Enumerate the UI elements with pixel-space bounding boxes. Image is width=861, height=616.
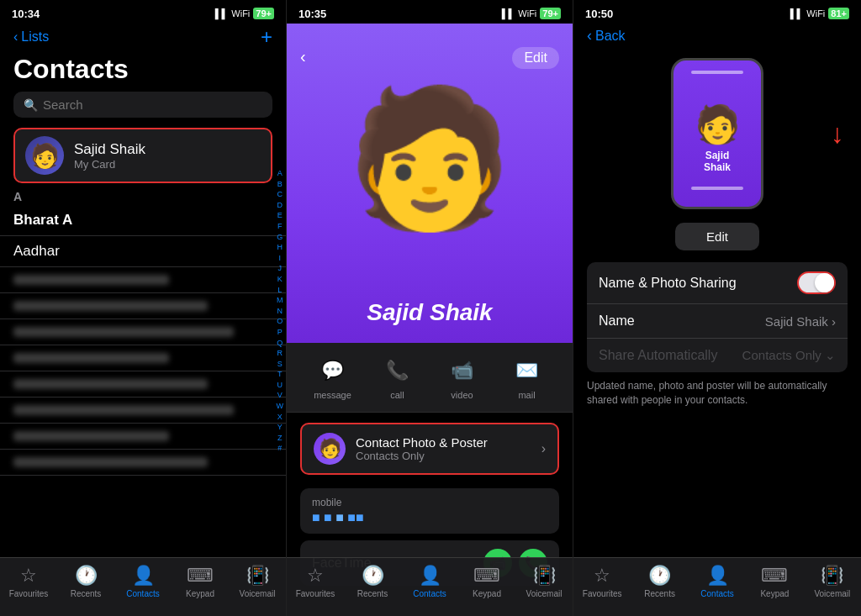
memoji-hero: 🧑 [337,57,522,259]
list-item[interactable] [0,398,286,424]
tab-label-fav-3: Favourites [583,589,622,598]
tab-voicemail-1[interactable]: 📳 Voicemail [229,565,286,598]
my-card-info: Sajid Shaik My Card [74,141,261,171]
down-arrow-icon: ↓ [831,118,844,150]
memoji-char-icon: 🧑 [346,91,514,225]
name-photo-sharing-row: Name & Photo Sharing [587,262,848,304]
voicemail-icon-2: 📳 [533,565,556,587]
search-input[interactable] [43,97,262,112]
wifi-icon-2: WiFi [518,8,536,18]
signal-icon-3: ▌▌ [790,8,804,18]
tab-voicemail-2[interactable]: 📳 Voicemail [515,565,573,598]
tab-favourites-1[interactable]: ☆ Favourites [0,565,57,598]
share-auto-label: Share Automatically [599,348,717,363]
section-header-a: A [0,187,286,205]
person-icon-3: 👤 [706,565,729,587]
list-item[interactable] [0,371,286,398]
tab-favourites-2[interactable]: ☆ Favourites [287,565,344,598]
mail-icon-circle: ✉️ [506,355,548,387]
tab-label-contacts-1: Contacts [126,589,159,598]
phone-top-bar [691,71,743,74]
star-icon-2: ☆ [307,565,324,587]
name-photo-sharing-section: Name & Photo Sharing Name Sajid Shaik › … [587,262,848,372]
tab-label-voicemail-1: Voicemail [240,589,276,598]
edit-button-3[interactable]: Edit [675,223,759,250]
person-icon-2: 👤 [419,565,441,587]
hero-contact-name: Sajid Shaik [367,299,492,326]
video-icon: 📹 [451,360,473,382]
tab-label-vm-2: Voicemail [526,589,563,598]
back-chevron-icon[interactable]: ‹ [300,47,306,69]
my-card-sub: My Card [74,158,261,171]
share-auto-value: Contacts Only ⌄ [742,348,836,363]
lists-back-button[interactable]: ‹ Lists [13,29,49,45]
add-contact-button[interactable]: + [261,25,272,49]
list-item[interactable] [0,424,286,450]
clock-icon-3: 🕐 [648,565,671,587]
search-bar[interactable]: 🔍 [13,92,272,118]
tab-recents-2[interactable]: 🕐 Recents [344,565,401,598]
message-button[interactable]: 💬 message [312,355,354,400]
my-card-item[interactable]: 🧑 Sajid Shaik My Card [13,128,272,183]
tab-voicemail-3[interactable]: 📳 Voicemail [804,565,861,598]
poster-title: Contact Photo & Poster [356,435,531,450]
contact-row-bharat[interactable]: Bharat A [0,205,286,236]
signal-icon-1: ▌▌ [215,8,229,18]
video-icon-circle: 📹 [441,355,483,387]
tab-label-vm-3: Voicemail [814,589,850,598]
status-icons-2: ▌▌ WiFi 79+ [502,8,561,19]
name-photo-sharing-panel: 10:50 ▌▌ WiFi 81+ ‹ Back 🧑 Sajid Shaik ↓… [573,0,861,616]
list-item[interactable] [0,319,286,345]
phone-preview-frame: 🧑 Sajid Shaik [671,58,763,209]
message-icon-circle: 💬 [312,355,354,387]
tab-bar-1: ☆ Favourites 🕐 Recents 👤 Contacts ⌨ Keyp… [0,557,286,616]
tab-keypad-1[interactable]: ⌨ Keypad [172,565,229,598]
avatar: 🧑 [25,136,64,175]
tab-contacts-1[interactable]: 👤 Contacts [114,565,172,598]
clock-icon-2: 🕐 [362,565,384,587]
share-automatically-row: Share Automatically Contacts Only ⌄ [587,339,848,372]
chevron-right-icon: › [541,441,546,456]
wifi-icon-1: WiFi [231,8,250,18]
status-time-2: 10:35 [298,8,326,20]
tab-keypad-2[interactable]: ⌨ Keypad [458,565,515,598]
star-icon-3: ☆ [594,565,610,587]
list-item[interactable] [0,293,286,319]
name-photo-sharing-toggle[interactable] [797,271,836,294]
panel3-nav: ‹ Back [573,24,861,50]
contact-photo-poster-row[interactable]: 🧑 Contact Photo & Poster Contacts Only › [300,423,559,475]
tab-contacts-3[interactable]: 👤 Contacts [689,565,746,598]
tab-keypad-3[interactable]: ⌨ Keypad [746,565,803,598]
toggle-knob [815,273,834,292]
mail-icon: ✉️ [515,360,538,382]
list-item[interactable] [0,345,286,371]
contacts-list-panel: 10:34 ▌▌ WiFi 79+ ‹ Lists + Contacts 🔍 🧑… [0,0,287,616]
contact-row-aadhar[interactable]: Aadhar [0,236,286,267]
signal-icon-2: ▌▌ [502,8,515,18]
list-item[interactable] [0,450,286,476]
message-icon: 💬 [321,360,344,382]
call-button[interactable]: 📞 call [377,355,419,400]
video-button[interactable]: 📹 video [441,355,483,400]
clock-icon: 🕐 [75,565,98,587]
mail-button[interactable]: ✉️ mail [506,355,548,400]
star-icon: ☆ [20,565,37,587]
status-icons-1: ▌▌ WiFi 79+ [215,8,274,19]
name-row[interactable]: Name Sajid Shaik › [587,304,848,339]
action-row: 💬 message 📞 call 📹 video ✉️ mail [287,343,573,413]
tab-label-keypad-1: Keypad [186,589,214,598]
tab-contacts-2[interactable]: 👤 Contacts [401,565,458,598]
tab-recents-1[interactable]: 🕐 Recents [57,565,114,598]
status-bar-3: 10:50 ▌▌ WiFi 81+ [573,0,861,24]
phone-preview-container: 🧑 Sajid Shaik ↓ [573,50,861,218]
back-button-3[interactable]: Back [595,29,626,44]
call-label: call [390,390,404,400]
hero-section: ‹ Edit 🧑 Sajid Shaik [287,24,573,343]
keypad-icon: ⌨ [187,565,214,587]
phone-preview-name: Sajid Shaik [704,150,731,174]
list-item[interactable] [0,267,286,293]
tab-favourites-3[interactable]: ☆ Favourites [573,565,631,598]
person-icon-active: 👤 [132,565,155,587]
poster-avatar: 🧑 [314,433,346,465]
tab-recents-3[interactable]: 🕐 Recents [631,565,688,598]
